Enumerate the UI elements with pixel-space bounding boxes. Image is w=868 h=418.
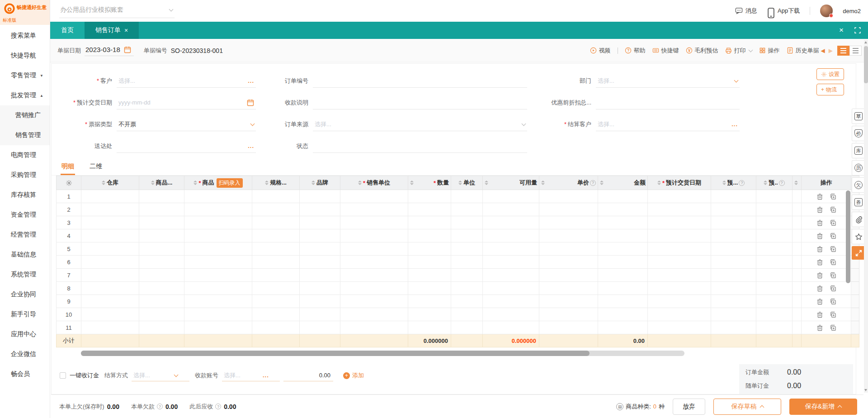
grid-cell[interactable] xyxy=(598,190,648,203)
favorite-button[interactable] xyxy=(852,229,865,244)
grid-cell[interactable] xyxy=(184,295,252,308)
grid-cell[interactable] xyxy=(539,242,598,256)
tool-hotkeys-button[interactable]: 快捷键 xyxy=(652,47,679,55)
messages-button[interactable]: 消息 xyxy=(735,7,757,15)
grid-cell[interactable] xyxy=(648,321,711,334)
grid-cell[interactable] xyxy=(793,295,802,308)
grid-cell[interactable] xyxy=(81,321,139,334)
grid-cell[interactable] xyxy=(408,242,451,256)
grid-cell[interactable] xyxy=(252,308,300,321)
grid-cell[interactable] xyxy=(408,295,451,308)
grid-cell[interactable] xyxy=(340,321,408,334)
next-doc-icon[interactable]: ▶ xyxy=(829,48,833,54)
grid-cell[interactable] xyxy=(598,295,648,308)
grid-cell[interactable] xyxy=(539,229,598,242)
grid-cell[interactable] xyxy=(300,308,340,321)
scroll-down-icon[interactable] xyxy=(864,389,867,391)
grid-cell[interactable] xyxy=(483,282,539,295)
customer-input[interactable] xyxy=(118,77,245,84)
grid-cell[interactable] xyxy=(340,256,408,269)
grid-cell[interactable] xyxy=(300,190,340,203)
scan-entry-button[interactable]: 扫码录入 xyxy=(217,178,243,188)
grid-cell[interactable] xyxy=(539,190,598,203)
grid-cell[interactable] xyxy=(539,203,598,216)
grid-cell[interactable] xyxy=(81,282,139,295)
grid-cell[interactable] xyxy=(598,203,648,216)
tab-close-icon[interactable]: × xyxy=(124,27,128,34)
grid-scrollbar-track[interactable] xyxy=(851,308,859,321)
grid-cell[interactable] xyxy=(139,282,184,295)
grid-cell[interactable] xyxy=(252,256,300,269)
sort-icon[interactable] xyxy=(358,180,362,185)
sort-icon[interactable] xyxy=(265,180,269,185)
copy-row-icon[interactable] xyxy=(830,233,836,239)
grid-cell[interactable] xyxy=(408,282,451,295)
grid-cell[interactable] xyxy=(451,295,483,308)
grid-cell[interactable] xyxy=(81,203,139,216)
grid-cell[interactable] xyxy=(793,190,802,203)
grid-cell[interactable] xyxy=(598,229,648,242)
expand-button[interactable] xyxy=(852,246,865,260)
grid-cell[interactable] xyxy=(483,256,539,269)
grid-cell[interactable] xyxy=(711,269,756,282)
grid-cell[interactable] xyxy=(408,321,451,334)
grid-cell[interactable] xyxy=(711,216,756,229)
grid-cell[interactable] xyxy=(81,256,139,269)
grid-cell[interactable] xyxy=(648,229,711,242)
grid-cell[interactable] xyxy=(184,242,252,256)
column-header-product[interactable]: *商品扫码录入 xyxy=(184,176,252,190)
grid-cell[interactable] xyxy=(340,203,408,216)
grid-cell[interactable] xyxy=(483,229,539,242)
delete-row-icon[interactable] xyxy=(816,272,823,279)
grid-cell[interactable] xyxy=(81,269,139,282)
grid-cell[interactable] xyxy=(483,190,539,203)
grid-cell[interactable] xyxy=(793,229,802,242)
grid-cell[interactable] xyxy=(711,203,756,216)
grid-cell[interactable] xyxy=(451,256,483,269)
grid-cell[interactable] xyxy=(451,242,483,256)
grid-cell[interactable] xyxy=(483,242,539,256)
grid-cell[interactable] xyxy=(139,216,184,229)
grid-cell[interactable] xyxy=(184,308,252,321)
prev-doc-icon[interactable]: ◀ xyxy=(821,48,825,54)
owed-button[interactable]: 欠 xyxy=(852,177,865,193)
chevron-down-icon[interactable] xyxy=(522,121,526,126)
grid-cell[interactable] xyxy=(756,216,793,229)
grid-cell[interactable] xyxy=(539,321,598,334)
grid-cell[interactable] xyxy=(451,190,483,203)
column-header-expected-2[interactable]: 预..? xyxy=(756,176,793,190)
close-icon[interactable]: × xyxy=(839,26,844,35)
grid-cell[interactable] xyxy=(451,308,483,321)
copy-row-icon[interactable] xyxy=(830,193,836,200)
grid-cell[interactable] xyxy=(711,242,756,256)
copy-row-icon[interactable] xyxy=(830,219,836,226)
grid-cell[interactable] xyxy=(598,269,648,282)
sort-icon[interactable] xyxy=(541,180,545,185)
sidebar-item-应用中心[interactable]: 应用中心 xyxy=(0,324,50,344)
status-input[interactable] xyxy=(315,142,525,149)
sort-icon[interactable] xyxy=(794,180,798,185)
calendar-icon[interactable] xyxy=(247,99,254,106)
account-select[interactable]: 办公用品行业模拟账套 xyxy=(59,4,175,18)
copy-row-icon[interactable] xyxy=(830,259,836,266)
grid-cell[interactable] xyxy=(598,242,648,256)
grid-cell[interactable] xyxy=(252,203,300,216)
grid-cell[interactable] xyxy=(408,229,451,242)
settle-method-input[interactable] xyxy=(133,372,172,379)
attachment-button[interactable] xyxy=(852,212,865,227)
grid-cell[interactable] xyxy=(756,203,793,216)
tab-detail[interactable]: 明细 xyxy=(61,159,75,175)
grid-cell[interactable] xyxy=(483,321,539,334)
hscroll-thumb[interactable] xyxy=(81,351,590,356)
sort-icon[interactable] xyxy=(657,180,661,185)
avatar[interactable] xyxy=(820,5,833,17)
grid-cell[interactable] xyxy=(711,229,756,242)
grid-cell[interactable] xyxy=(483,269,539,282)
grid-cell[interactable] xyxy=(252,216,300,229)
logistics-button[interactable]: + 物流 xyxy=(816,84,844,95)
grid-cell[interactable] xyxy=(340,216,408,229)
delete-row-icon[interactable] xyxy=(816,298,823,305)
grid-cell[interactable] xyxy=(483,216,539,229)
grid-cell[interactable] xyxy=(139,295,184,308)
sidebar-item-电商管理[interactable]: 电商管理 xyxy=(0,145,50,165)
